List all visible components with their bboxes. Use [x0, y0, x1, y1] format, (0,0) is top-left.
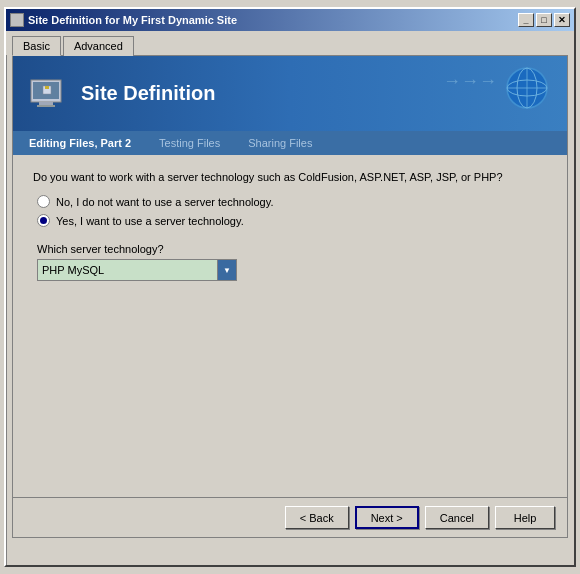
title-bar: Site Definition for My First Dynamic Sit… [6, 9, 574, 31]
radio-group: No, I do not want to use a server techno… [37, 195, 547, 227]
dropdown-label: Which server technology? [37, 243, 547, 255]
radio-no-text: No, I do not want to use a server techno… [56, 196, 273, 208]
tab-content: Site Definition →→→ Editing Files, Part … [12, 55, 568, 538]
monitor-icon [29, 78, 69, 110]
footer-area: < Back Next > Cancel Help [13, 497, 567, 537]
maximize-button[interactable]: □ [536, 13, 552, 27]
tab-advanced[interactable]: Advanced [63, 36, 134, 56]
next-button[interactable]: Next > [355, 506, 419, 529]
svg-rect-5 [45, 86, 49, 89]
help-button[interactable]: Help [495, 506, 555, 529]
back-button[interactable]: < Back [285, 506, 349, 529]
tab-bar: Basic Advanced [6, 31, 574, 55]
minimize-button[interactable]: _ [518, 13, 534, 27]
radio-no-input[interactable] [37, 195, 50, 208]
main-window: Site Definition for My First Dynamic Sit… [4, 7, 576, 567]
dropdown-section: Which server technology? PHP MySQL [37, 243, 547, 281]
radio-yes-text: Yes, I want to use a server technology. [56, 215, 244, 227]
radio-no-label[interactable]: No, I do not want to use a server techno… [37, 195, 547, 208]
window-icon [10, 13, 24, 27]
wizard-tab-sharing[interactable]: Sharing Files [244, 134, 316, 152]
arrows-decoration: →→→ [443, 71, 497, 92]
content-area: Do you want to work with a server techno… [13, 155, 567, 297]
dropdown-wrapper: PHP MySQL [37, 259, 547, 281]
svg-rect-3 [37, 105, 55, 107]
tab-basic[interactable]: Basic [12, 36, 61, 56]
globe-icon [503, 64, 551, 112]
wizard-tab-editing[interactable]: Editing Files, Part 2 [25, 134, 135, 152]
server-technology-dropdown[interactable]: PHP MySQL [37, 259, 217, 281]
radio-yes-label[interactable]: Yes, I want to use a server technology. [37, 214, 547, 227]
svg-rect-2 [39, 102, 53, 105]
window-title: Site Definition for My First Dynamic Sit… [28, 14, 237, 26]
header-title: Site Definition [81, 82, 215, 105]
close-button[interactable]: ✕ [554, 13, 570, 27]
wizard-tabs: Editing Files, Part 2 Testing Files Shar… [13, 131, 567, 155]
header-banner: Site Definition →→→ [13, 56, 567, 131]
wizard-tab-testing[interactable]: Testing Files [155, 134, 224, 152]
dropdown-arrow-button[interactable] [217, 259, 237, 281]
radio-yes-input[interactable] [37, 214, 50, 227]
question-text: Do you want to work with a server techno… [33, 171, 547, 183]
cancel-button[interactable]: Cancel [425, 506, 489, 529]
